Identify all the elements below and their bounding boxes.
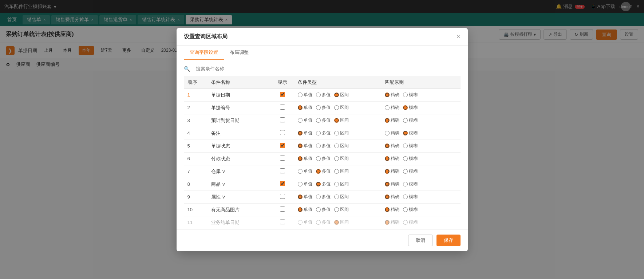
- type-radio[interactable]: [298, 169, 303, 174]
- match-radio[interactable]: [403, 220, 408, 225]
- match-radio-label[interactable]: 模糊: [403, 156, 418, 162]
- type-radio-label[interactable]: 区间: [334, 207, 349, 213]
- type-radio-label[interactable]: 单值: [298, 92, 312, 98]
- type-radio-label[interactable]: 单值: [298, 219, 312, 225]
- show-checkbox[interactable]: [280, 168, 285, 173]
- match-radio-label[interactable]: 模糊: [403, 105, 418, 111]
- type-radio-label[interactable]: 多值: [316, 92, 331, 98]
- match-radio[interactable]: [403, 105, 408, 110]
- show-checkbox[interactable]: [280, 92, 285, 97]
- type-radio[interactable]: [316, 118, 321, 123]
- match-radio[interactable]: [385, 118, 390, 123]
- type-radio-label[interactable]: 单值: [298, 130, 312, 136]
- type-radio-label[interactable]: 单值: [298, 194, 312, 200]
- type-radio[interactable]: [316, 194, 321, 199]
- match-radio-label[interactable]: 模糊: [403, 194, 418, 200]
- match-radio[interactable]: [385, 144, 390, 148]
- type-radio[interactable]: [298, 144, 303, 148]
- match-radio[interactable]: [403, 131, 408, 135]
- match-radio[interactable]: [403, 144, 408, 148]
- type-radio-label[interactable]: 区间: [334, 143, 349, 149]
- match-radio-label[interactable]: 模糊: [403, 117, 418, 123]
- tab-layout-adjust[interactable]: 布局调整: [224, 46, 254, 60]
- match-radio[interactable]: [385, 169, 390, 174]
- show-checkbox[interactable]: [280, 194, 285, 199]
- type-radio-label[interactable]: 区间: [334, 181, 349, 187]
- match-radio[interactable]: [403, 169, 408, 174]
- show-checkbox[interactable]: [280, 117, 285, 122]
- match-radio-label[interactable]: 模糊: [403, 168, 418, 174]
- show-checkbox[interactable]: [280, 219, 285, 224]
- type-radio-label[interactable]: 多值: [316, 105, 331, 111]
- type-radio[interactable]: [334, 118, 339, 123]
- match-radio[interactable]: [385, 156, 390, 161]
- modal-close-button[interactable]: ×: [457, 33, 461, 40]
- type-radio-label[interactable]: 多值: [316, 117, 331, 123]
- type-radio-label[interactable]: 区间: [334, 219, 349, 225]
- type-radio[interactable]: [334, 144, 339, 148]
- type-radio[interactable]: [298, 220, 303, 225]
- type-radio[interactable]: [316, 169, 321, 174]
- type-radio-label[interactable]: 多值: [316, 207, 331, 213]
- match-radio-label[interactable]: 精确: [385, 117, 399, 123]
- type-radio-label[interactable]: 区间: [334, 105, 349, 111]
- type-radio-label[interactable]: 单值: [298, 207, 312, 213]
- type-radio-label[interactable]: 单值: [298, 181, 312, 187]
- type-radio-label[interactable]: 多值: [316, 181, 331, 187]
- type-radio-label[interactable]: 区间: [334, 92, 349, 98]
- match-radio-label[interactable]: 精确: [385, 92, 399, 98]
- type-radio[interactable]: [316, 182, 321, 186]
- type-radio[interactable]: [298, 182, 303, 186]
- match-radio-label[interactable]: 精确: [385, 194, 399, 200]
- match-radio[interactable]: [385, 93, 390, 97]
- match-radio[interactable]: [403, 194, 408, 199]
- match-radio-label[interactable]: 模糊: [403, 143, 418, 149]
- type-radio[interactable]: [334, 169, 339, 174]
- match-radio[interactable]: [385, 194, 390, 199]
- match-radio[interactable]: [403, 93, 408, 97]
- search-input[interactable]: [193, 64, 266, 73]
- type-radio-label[interactable]: 区间: [334, 117, 349, 123]
- type-radio[interactable]: [298, 194, 303, 199]
- match-radio[interactable]: [403, 118, 408, 123]
- type-radio[interactable]: [334, 194, 339, 199]
- type-radio-label[interactable]: 单值: [298, 143, 312, 149]
- type-radio-label[interactable]: 多值: [316, 130, 331, 136]
- type-radio[interactable]: [334, 131, 339, 135]
- type-radio-label[interactable]: 单值: [298, 168, 312, 174]
- type-radio-label[interactable]: 多值: [316, 156, 331, 162]
- match-radio-label[interactable]: 模糊: [403, 181, 418, 187]
- match-radio[interactable]: [385, 207, 390, 212]
- type-radio-label[interactable]: 区间: [334, 168, 349, 174]
- modal-overlay[interactable]: 设置查询区域布局 × 查询字段设置 布局调整 🔍 顺序 条件名称 显示 条件类型: [0, 0, 644, 279]
- type-radio[interactable]: [316, 220, 321, 225]
- show-checkbox[interactable]: [280, 156, 285, 161]
- type-radio[interactable]: [316, 207, 321, 212]
- match-radio-label[interactable]: 精确: [385, 207, 399, 213]
- match-radio[interactable]: [385, 220, 390, 225]
- save-button[interactable]: 保存: [436, 235, 461, 246]
- match-radio[interactable]: [385, 182, 390, 186]
- match-radio-label[interactable]: 精确: [385, 105, 399, 111]
- tab-query-fields[interactable]: 查询字段设置: [184, 46, 224, 60]
- match-radio-label[interactable]: 模糊: [403, 92, 418, 98]
- cancel-button[interactable]: 取消: [408, 235, 433, 246]
- match-radio[interactable]: [385, 131, 390, 135]
- type-radio[interactable]: [334, 207, 339, 212]
- match-radio-label[interactable]: 模糊: [403, 130, 418, 136]
- type-radio[interactable]: [298, 131, 303, 135]
- show-checkbox[interactable]: [280, 130, 285, 135]
- match-radio-label[interactable]: 精确: [385, 143, 399, 149]
- match-radio-label[interactable]: 精确: [385, 156, 399, 162]
- match-radio[interactable]: [403, 156, 408, 161]
- type-radio-label[interactable]: 单值: [298, 156, 312, 162]
- show-checkbox[interactable]: [280, 105, 285, 110]
- match-radio-label[interactable]: 精确: [385, 219, 399, 225]
- type-radio-label[interactable]: 区间: [334, 156, 349, 162]
- type-radio[interactable]: [298, 105, 303, 110]
- type-radio[interactable]: [334, 93, 339, 97]
- show-checkbox[interactable]: [280, 207, 285, 212]
- type-radio-label[interactable]: 单值: [298, 105, 312, 111]
- type-radio[interactable]: [316, 93, 321, 97]
- type-radio[interactable]: [298, 207, 303, 212]
